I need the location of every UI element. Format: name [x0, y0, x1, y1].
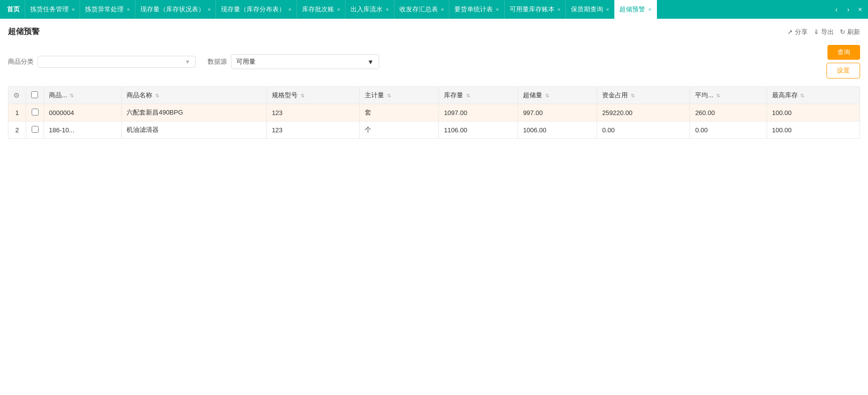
col-header-settings: ⚙	[8, 87, 26, 104]
table-header-row: ⚙ 商品... ⇅ 商品名称 ⇅ 规格型号 ⇅ 主计量	[8, 87, 860, 104]
col-header-unit-label: 主计量	[365, 91, 384, 99]
nav-arrow-right-button[interactable]: ›	[842, 0, 854, 19]
nav-tab-4[interactable]: 现存量（库存分布表） ×	[216, 0, 297, 19]
datasource-filter: 数据源 可用量 ▼	[208, 54, 379, 69]
row-2-spec: 123	[266, 121, 359, 139]
nav-tab-7[interactable]: 收发存汇总表 ×	[394, 0, 449, 19]
settings-gear-icon[interactable]: ⚙	[13, 91, 20, 99]
col-header-over-stock-label: 超储量	[523, 91, 542, 99]
col-header-spec-label: 规格型号	[272, 91, 298, 99]
col-sort-unit-icon: ⇅	[387, 93, 391, 98]
share-icon: ➚	[787, 28, 793, 36]
nav-tab-7-close[interactable]: ×	[441, 6, 444, 12]
nav-tab-2[interactable]: 拣货异常处理 ×	[80, 0, 135, 19]
row-2-product-code: 186-10...	[44, 121, 122, 139]
header-actions: ➚ 分享 ⇓ 导出 ↻ 刷新	[787, 28, 860, 37]
datasource-select-arrow-icon: ▼	[367, 58, 374, 66]
nav-tab-8-label: 要货单统计表	[454, 5, 493, 14]
page-header: 超储预警 ➚ 分享 ⇓ 导出 ↻ 刷新	[8, 27, 860, 37]
nav-tab-5-label: 库存批次账	[302, 5, 334, 14]
nav-arrows: ‹ › ×	[830, 0, 866, 19]
row-2-over-stock: 1006.00	[518, 121, 597, 139]
data-table: ⚙ 商品... ⇅ 商品名称 ⇅ 规格型号 ⇅ 主计量	[8, 86, 860, 139]
nav-tab-6[interactable]: 出入库流水 ×	[346, 0, 394, 19]
col-header-max-stock-label: 最高库存	[772, 91, 798, 99]
nav-tab-3-close[interactable]: ×	[208, 6, 211, 12]
nav-tab-11-label: 超储预警	[619, 5, 645, 14]
nav-tab-1[interactable]: 拣货任务管理 ×	[25, 0, 80, 19]
nav-tab-2-close[interactable]: ×	[127, 6, 130, 12]
query-button[interactable]: 查询	[827, 45, 860, 60]
main-content: 超储预警 ➚ 分享 ⇓ 导出 ↻ 刷新 商品分类 ▼ 数据源	[0, 19, 868, 395]
nav-tab-8-close[interactable]: ×	[496, 6, 499, 12]
category-select-arrow-icon: ▼	[185, 59, 190, 65]
category-filter-label: 商品分类	[8, 57, 34, 66]
filter-buttons: 查询 设置	[826, 45, 860, 79]
row-1-checkbox[interactable]	[32, 109, 39, 116]
row-1-checkbox-cell	[26, 104, 44, 121]
export-button[interactable]: ⇓ 导出	[814, 28, 834, 37]
row-1-num: 1	[8, 104, 26, 121]
share-button[interactable]: ➚ 分享	[787, 28, 808, 37]
row-2-checkbox[interactable]	[32, 126, 39, 133]
datasource-filter-label: 数据源	[208, 57, 227, 66]
nav-tab-home-label: 首页	[7, 5, 20, 14]
nav-tab-9-close[interactable]: ×	[558, 6, 561, 12]
col-header-checkbox	[26, 87, 44, 104]
col-header-max-stock[interactable]: 最高库存 ⇅	[767, 87, 860, 104]
nav-tab-3-label: 现存量（库存状况表）	[140, 5, 205, 14]
col-header-product-code[interactable]: 商品... ⇅	[44, 87, 122, 104]
col-sort-avg-icon: ⇅	[716, 93, 720, 98]
col-header-product-name[interactable]: 商品名称 ⇅	[122, 87, 267, 104]
datasource-select-value: 可用量	[236, 57, 256, 66]
nav-tab-5-close[interactable]: ×	[337, 6, 340, 12]
top-navigation: 首页 拣货任务管理 × 拣货异常处理 × 现存量（库存状况表） × 现存量（库存…	[0, 0, 868, 19]
col-header-capital[interactable]: 资金占用 ⇅	[597, 87, 690, 104]
nav-arrow-close-button[interactable]: ×	[854, 0, 866, 19]
nav-tab-9[interactable]: 可用量库存账本 ×	[505, 0, 566, 19]
settings-button[interactable]: 设置	[826, 63, 860, 79]
nav-tab-8[interactable]: 要货单统计表 ×	[449, 0, 504, 19]
category-filter: 商品分类 ▼	[8, 56, 196, 68]
col-sort-max-stock-icon: ⇅	[800, 93, 804, 98]
refresh-icon: ↻	[840, 28, 845, 36]
col-header-product-name-label: 商品名称	[127, 91, 152, 99]
row-1-stock: 1097.00	[439, 104, 518, 121]
nav-tab-10-close[interactable]: ×	[606, 6, 609, 12]
col-header-spec[interactable]: 规格型号 ⇅	[266, 87, 359, 104]
nav-tab-6-close[interactable]: ×	[386, 6, 389, 12]
nav-tab-1-close[interactable]: ×	[72, 6, 75, 12]
row-1-capital: 259220.00	[597, 104, 690, 121]
nav-tab-4-label: 现存量（库存分布表）	[221, 5, 285, 14]
col-sort-over-stock-icon: ⇅	[545, 93, 549, 98]
select-all-checkbox[interactable]	[31, 91, 38, 98]
col-sort-spec-icon: ⇅	[301, 93, 304, 98]
row-1-max-stock: 100.00	[767, 104, 860, 121]
col-header-unit[interactable]: 主计量 ⇅	[360, 87, 439, 104]
row-2-capital: 0.00	[597, 121, 690, 139]
col-header-stock[interactable]: 库存量 ⇅	[439, 87, 518, 104]
row-2-num: 2	[8, 121, 26, 139]
row-1-product-code: 0000004	[44, 104, 122, 121]
table-row: 2 186-10... 机油滤清器 123 个 1106.00 1006.00 …	[8, 121, 860, 139]
nav-tab-10-label: 保质期查询	[571, 5, 603, 14]
nav-tab-10[interactable]: 保质期查询 ×	[566, 0, 614, 19]
refresh-button[interactable]: ↻ 刷新	[840, 28, 860, 37]
col-header-avg-label: 平均...	[695, 91, 713, 99]
nav-tab-4-close[interactable]: ×	[288, 6, 291, 12]
nav-tab-5[interactable]: 库存批次账 ×	[297, 0, 346, 19]
row-1-product-name: 六配套新昌490BPG	[122, 104, 267, 121]
nav-tab-11[interactable]: 超储预警 ×	[614, 0, 656, 19]
nav-tab-11-close[interactable]: ×	[648, 6, 651, 12]
table-body: 1 0000004 六配套新昌490BPG 123 套 1097.00 997.…	[8, 104, 860, 139]
category-select[interactable]: ▼	[38, 56, 196, 68]
col-header-over-stock[interactable]: 超储量 ⇅	[518, 87, 597, 104]
col-header-avg[interactable]: 平均... ⇅	[690, 87, 767, 104]
table-row: 1 0000004 六配套新昌490BPG 123 套 1097.00 997.…	[8, 104, 860, 121]
nav-arrow-left-button[interactable]: ‹	[830, 0, 842, 19]
export-icon: ⇓	[814, 28, 819, 36]
nav-tab-home[interactable]: 首页	[2, 0, 25, 19]
col-header-capital-label: 资金占用	[602, 91, 628, 99]
nav-tab-3[interactable]: 现存量（库存状况表） ×	[135, 0, 216, 19]
datasource-select[interactable]: 可用量 ▼	[231, 54, 379, 69]
